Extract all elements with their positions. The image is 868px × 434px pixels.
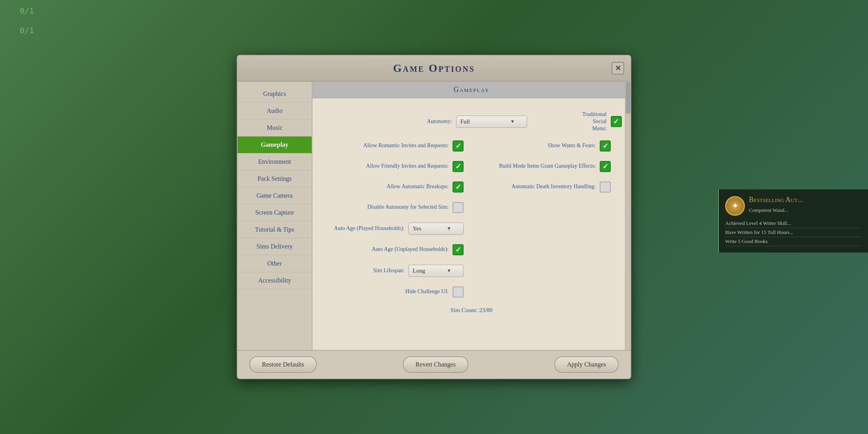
auto-age-unplayed-row: Auto Age (Unplayed Households): — [324, 239, 471, 260]
modal-backdrop: Game Options ✕ Graphics Audio Music Game… — [0, 0, 868, 434]
auto-death-checkbox[interactable] — [600, 181, 611, 193]
auto-breakups-checkbox[interactable] — [453, 181, 464, 193]
disable-autonomy-label: Disable Autonomy for Selected Sim: — [367, 204, 449, 211]
build-mode-checkbox[interactable] — [600, 161, 611, 172]
show-wants-row: Show Wants & Fears: — [471, 136, 619, 156]
sidebar-item-accessibility[interactable]: Accessibility — [238, 272, 312, 289]
hide-challenge-checkbox[interactable] — [453, 286, 464, 297]
sim-lifespan-arrow-icon: ▼ — [447, 268, 451, 274]
auto-age-played-dropdown[interactable]: Yes ▼ — [408, 223, 464, 235]
sim-lifespan-value: Long — [413, 268, 425, 274]
content-area: Gameplay Autonomy: Full ▼ — [312, 82, 630, 350]
auto-age-played-label: Auto Age (Played Households): — [334, 225, 404, 232]
auto-breakups-label: Allow Automatic Breakups: — [387, 183, 449, 190]
hide-challenge-row: Hide Challenge UI: — [324, 282, 471, 302]
sidebar-item-other[interactable]: Other — [238, 255, 312, 272]
close-button[interactable]: ✕ — [612, 62, 624, 75]
apply-changes-button[interactable]: Apply Changes — [554, 356, 619, 373]
content-body: Autonomy: Full ▼ Traditional Social Menu… — [312, 98, 630, 326]
show-wants-checkbox[interactable] — [600, 140, 611, 152]
traditional-social-checkbox[interactable] — [611, 116, 622, 127]
friendly-invites-checkbox[interactable] — [453, 161, 464, 172]
modal-title: Game Options — [245, 62, 623, 75]
empty-row-4 — [471, 260, 619, 282]
traditional-social-label: Traditional Social Menu: — [582, 111, 607, 133]
empty-row-5 — [471, 282, 619, 302]
sidebar-item-screen-capture[interactable]: Screen Capture — [238, 204, 312, 221]
scrollbar-thumb[interactable] — [626, 82, 630, 114]
friendly-invites-row: Allow Friendly Invites and Requests: — [324, 156, 471, 177]
build-mode-label: Build Mode Items Grant Gameplay Effects: — [499, 163, 596, 170]
sidebar-item-tutorial-tips[interactable]: Tutorial & Tips — [238, 221, 312, 238]
autonomy-label: Autonomy: — [427, 118, 452, 125]
sim-count-label: Sim Count: — [451, 307, 478, 313]
empty-row-1 — [471, 197, 619, 218]
hide-challenge-label: Hide Challenge UI: — [405, 288, 449, 295]
sim-count-value: 23/80 — [479, 307, 492, 313]
romantic-invites-checkbox[interactable] — [453, 140, 464, 152]
disable-autonomy-checkbox[interactable] — [453, 202, 464, 213]
modal-body: Graphics Audio Music Gameplay Environmen… — [238, 82, 630, 350]
autonomy-arrow-icon: ▼ — [510, 119, 515, 125]
revert-changes-button[interactable]: Revert Changes — [403, 356, 468, 373]
content-section-title: Gameplay — [312, 82, 630, 98]
game-options-modal: Game Options ✕ Graphics Audio Music Game… — [237, 55, 631, 379]
sim-count-row: Sim Count: 23/80 — [324, 302, 619, 318]
auto-age-unplayed-checkbox[interactable] — [453, 244, 464, 255]
auto-age-played-row: Auto Age (Played Households): Yes ▼ — [324, 218, 471, 239]
auto-breakups-row: Allow Automatic Breakups: — [324, 177, 471, 197]
auto-age-unplayed-label: Auto Age (Unplayed Households): — [372, 246, 449, 253]
restore-defaults-button[interactable]: Restore Defaults — [249, 356, 317, 373]
auto-death-row: Automatic Death Inventory Handling: — [471, 177, 619, 197]
autonomy-value: Full — [460, 118, 470, 125]
modal-header: Game Options ✕ — [238, 56, 630, 82]
build-mode-row: Build Mode Items Grant Gameplay Effects: — [471, 156, 619, 177]
sidebar-item-environment[interactable]: Environment — [238, 153, 312, 170]
friendly-invites-label: Allow Friendly Invites and Requests: — [366, 163, 449, 170]
autonomy-dropdown[interactable]: Full ▼ — [456, 116, 527, 128]
sidebar-item-sims-delivery[interactable]: Sims Delivery — [238, 238, 312, 255]
romantic-invites-row: Allow Romantic Invites and Requests: — [324, 136, 471, 156]
sim-lifespan-label: Sim Lifespan: — [373, 267, 404, 274]
auto-age-played-value: Yes — [413, 225, 421, 232]
disable-autonomy-row: Disable Autonomy for Selected Sim: — [324, 197, 471, 218]
auto-age-played-arrow-icon: ▼ — [447, 226, 451, 232]
show-wants-label: Show Wants & Fears: — [548, 142, 596, 149]
settings-grid: Allow Romantic Invites and Requests: Sho… — [324, 136, 619, 302]
scrollbar-track[interactable] — [625, 82, 630, 350]
empty-row-3 — [471, 239, 619, 260]
sidebar: Graphics Audio Music Gameplay Environmen… — [238, 82, 312, 350]
sidebar-item-graphics[interactable]: Graphics — [238, 86, 312, 103]
sidebar-item-pack-settings[interactable]: Pack Settings — [238, 170, 312, 187]
empty-row-2 — [471, 218, 619, 239]
sim-lifespan-row: Sim Lifespan: Long ▼ — [324, 260, 471, 282]
sidebar-item-music[interactable]: Music — [238, 120, 312, 137]
romantic-invites-label: Allow Romantic Invites and Requests: — [363, 142, 449, 149]
sidebar-item-game-camera[interactable]: Game Camera — [238, 187, 312, 204]
sidebar-item-gameplay[interactable]: Gameplay — [238, 137, 312, 153]
sidebar-item-audio[interactable]: Audio — [238, 103, 312, 120]
auto-death-label: Automatic Death Inventory Handling: — [512, 183, 596, 190]
modal-footer: Restore Defaults Revert Changes Apply Ch… — [238, 350, 630, 378]
sim-lifespan-dropdown[interactable]: Long ▼ — [408, 265, 464, 277]
